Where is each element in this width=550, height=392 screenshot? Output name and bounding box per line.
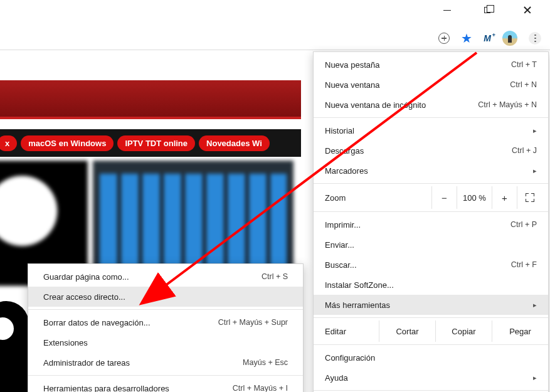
edit-copy-button[interactable]: Copiar <box>435 320 492 342</box>
chrome-menu-button[interactable] <box>529 32 541 45</box>
more-tools-submenu: Guardar página como...Ctrl + S Crear acc… <box>28 263 304 392</box>
menu-help[interactable]: Ayuda <box>314 368 548 388</box>
chrome-main-menu: Nueva pestañaCtrl + T Nueva ventanaCtrl … <box>313 51 549 392</box>
nav-pill[interactable]: Novedades Wi <box>199 135 270 151</box>
close-window-button[interactable] <box>514 1 541 19</box>
edit-label: Editar <box>325 327 379 336</box>
minimize-button[interactable] <box>433 1 461 19</box>
submenu-task-manager[interactable]: Administrador de tareasMayús + Esc <box>28 352 303 373</box>
menu-install-app[interactable]: Instalar SoftZone... <box>314 275 548 295</box>
menu-more-tools[interactable]: Más herramientas <box>314 295 548 315</box>
menu-print[interactable]: Imprimir...Ctrl + P <box>314 215 548 235</box>
movistar-extension-icon[interactable]: M <box>484 33 491 43</box>
submenu-developer-tools[interactable]: Herramientas para desarrolladoresCtrl + … <box>28 378 303 392</box>
edit-paste-button[interactable]: Pegar <box>492 320 548 342</box>
window-system-buttons <box>433 0 550 21</box>
menu-settings[interactable]: Configuración <box>314 347 548 368</box>
article-thumbnail <box>0 301 29 392</box>
menu-zoom-row: Zoom − 100 % + <box>314 186 548 209</box>
submenu-extensions[interactable]: Extensiones <box>28 332 303 352</box>
bookmark-star-icon[interactable]: ★ <box>461 31 472 46</box>
nav-pill-bar: x macOS en Windows IPTV TDT online Noved… <box>0 129 301 157</box>
menu-downloads[interactable]: DescargasCtrl + J <box>314 140 548 161</box>
menu-history[interactable]: Historial <box>314 120 548 140</box>
menu-new-tab[interactable]: Nueva pestañaCtrl + T <box>314 55 548 75</box>
menu-find[interactable]: Buscar...Ctrl + F <box>314 255 548 275</box>
menu-incognito[interactable]: Nueva ventana de incógnitoCtrl + Mayús +… <box>314 95 548 115</box>
zoom-out-button[interactable]: − <box>431 186 457 209</box>
browser-toolbar: ★ M <box>0 26 550 50</box>
menu-send[interactable]: Enviar... <box>314 235 548 255</box>
nav-pill[interactable]: x <box>0 135 17 151</box>
submenu-create-shortcut[interactable]: Crear acceso directo... <box>28 287 303 307</box>
add-extension-icon[interactable] <box>438 33 450 44</box>
menu-bookmarks[interactable]: Marcadores <box>314 161 548 181</box>
fullscreen-button[interactable] <box>517 186 542 209</box>
nav-pill[interactable]: IPTV TDT online <box>117 135 195 151</box>
profile-avatar[interactable] <box>502 31 517 46</box>
edit-cut-button[interactable]: Cortar <box>379 320 435 342</box>
nav-pill[interactable]: macOS en Windows <box>21 135 114 151</box>
zoom-in-button[interactable]: + <box>492 186 517 209</box>
zoom-value: 100 % <box>457 186 492 209</box>
menu-edit-row: Editar Cortar Copiar Pegar <box>314 320 548 342</box>
maximize-button[interactable] <box>473 1 501 19</box>
menu-new-window[interactable]: Nueva ventanaCtrl + N <box>314 75 548 95</box>
submenu-clear-browsing-data[interactable]: Borrar datos de navegación...Ctrl + Mayú… <box>28 312 303 332</box>
zoom-label: Zoom <box>325 193 431 203</box>
submenu-save-page-as[interactable]: Guardar página como...Ctrl + S <box>28 267 303 287</box>
